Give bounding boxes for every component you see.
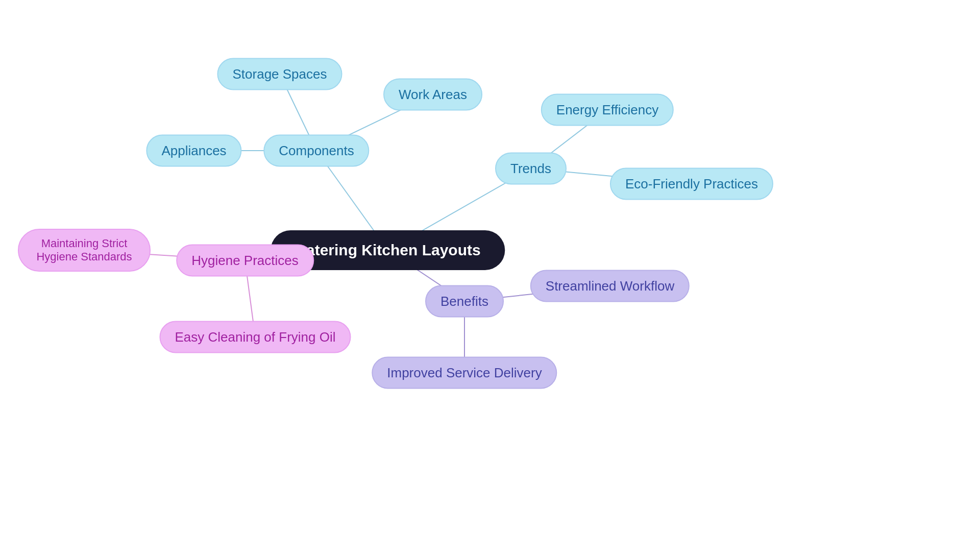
maintaining-hygiene-node: Maintaining Strict Hygiene Standards: [18, 229, 151, 272]
easy-cleaning-node: Easy Cleaning of Frying Oil: [159, 321, 351, 353]
trends-node: Trends: [495, 153, 567, 185]
work-areas-node: Work Areas: [383, 79, 482, 111]
appliances-node: Appliances: [146, 135, 241, 167]
streamlined-workflow-node: Streamlined Workflow: [530, 270, 690, 302]
benefits-node: Benefits: [425, 285, 504, 318]
components-node: Components: [263, 135, 369, 167]
storage-spaces-node: Storage Spaces: [217, 58, 342, 90]
eco-friendly-node: Eco-Friendly Practices: [610, 168, 773, 200]
energy-efficiency-node: Energy Efficiency: [541, 94, 674, 126]
improved-service-node: Improved Service Delivery: [372, 357, 557, 389]
hygiene-practices-node: Hygiene Practices: [176, 245, 314, 277]
